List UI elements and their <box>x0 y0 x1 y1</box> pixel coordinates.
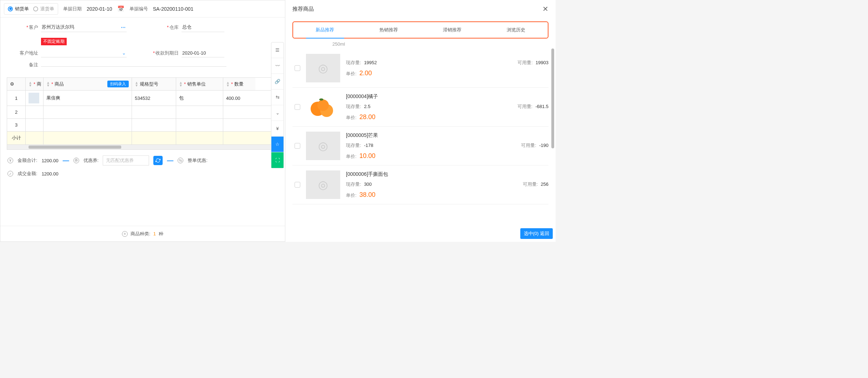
table-row[interactable]: 1 果倍爽 534532 包 400.00 <box>7 91 278 106</box>
tool-swap-icon[interactable]: ⇆ <box>271 90 284 105</box>
calendar-icon[interactable]: 📅 <box>117 5 124 12</box>
items-grid: ⚙ ▲▼*商 ▲▼*商品扫码录入 ▲▼规格型号 ▲▼*销售单位 ▲▼*数量 1 … <box>7 77 279 145</box>
checkbox[interactable] <box>295 182 300 188</box>
kind-label: 商品种类: <box>131 231 150 237</box>
warehouse-label: *仓库 <box>148 24 179 31</box>
totals-area: ¥ 金额合计: 1200.00 — 券 优惠券: 无匹配优惠券 — % 整单优惠… <box>0 150 285 183</box>
list-item[interactable]: ◎ 现存量:19952 可用量:19903 单价:2.00 <box>292 49 548 88</box>
amount-value: 1200.00 <box>42 158 58 163</box>
side-toolbar: ☰ 〰 🔗 ⇆ ⌄ ¥ ☆ ⛶ <box>271 42 284 168</box>
remark-label: 备注 <box>7 62 38 68</box>
recommend-list[interactable]: 250ml ◎ 现存量:19952 可用量:19903 单价:2.00 <box>285 41 556 242</box>
radio-unchecked-icon <box>33 6 38 11</box>
item-title: [0000006]手撕面包 <box>346 171 548 178</box>
stock-value: 300 <box>364 182 372 187</box>
discount-label: 整单优惠: <box>188 157 208 164</box>
gear-column-header[interactable]: ⚙ <box>7 78 26 90</box>
deal-value: 1200.00 <box>42 171 58 177</box>
tab-slow[interactable]: 滞销推荐 <box>420 22 484 38</box>
close-icon[interactable]: ✕ <box>542 5 548 13</box>
radio-return-order[interactable]: 退货单 <box>33 6 54 12</box>
row-product[interactable]: 果倍爽 <box>44 91 132 106</box>
svg-point-3 <box>319 98 323 101</box>
amount-label: 金额合计: <box>17 157 37 164</box>
col-header-unit[interactable]: ▲▼*销售单位 <box>176 78 223 90</box>
radio-sales-order[interactable]: 销货单 <box>8 6 29 12</box>
duedate-input[interactable]: 2020-01-10 <box>182 49 224 57</box>
recommend-panel: 推荐商品 ✕ 新品推荐 热销推荐 滞销推荐 浏览历史 250ml ◎ 现存量:1… <box>285 0 556 242</box>
tool-currency-icon[interactable]: ¥ <box>271 121 284 137</box>
date-label: 单据日期 <box>63 6 82 12</box>
address-input[interactable]: ⌄ <box>41 49 127 57</box>
list-item[interactable]: ◎ [0000005]芒果 现存量:-178 可用量:-190 单价:10.00 <box>292 127 548 165</box>
avail-value: -190 <box>539 143 548 148</box>
partial-item-title: 250ml <box>332 41 548 47</box>
row-unit[interactable]: 包 <box>176 91 223 106</box>
kind-icon: ≡ <box>122 231 128 237</box>
coupon-input[interactable]: 无匹配优惠券 <box>103 155 149 165</box>
kind-unit: 种 <box>159 231 163 237</box>
customer-input[interactable]: 苏州万达沃尔玛 ⋯ <box>41 22 127 32</box>
remark-input[interactable] <box>41 63 226 67</box>
chevron-down-icon[interactable]: ⌄ <box>122 50 126 56</box>
col-header-product[interactable]: ▲▼*商品扫码录入 <box>44 78 132 90</box>
tab-new[interactable]: 新品推荐 <box>293 22 357 38</box>
row-spec[interactable]: 534532 <box>132 91 176 106</box>
checkbox[interactable] <box>295 65 300 71</box>
col-header-thumb[interactable]: ▲▼*商 <box>26 78 44 90</box>
list-item[interactable]: [0000004]橘子 现存量:2.5 可用量:-681.5 单价:28.00 <box>292 88 548 127</box>
recommend-tabs: 新品推荐 热销推荐 滞销推荐 浏览历史 <box>292 21 548 39</box>
item-title: [0000005]芒果 <box>346 132 548 139</box>
refresh-button[interactable] <box>153 156 163 165</box>
tool-note-icon[interactable]: ☰ <box>271 42 284 58</box>
col-header-qty[interactable]: ▲▼*数量 <box>223 78 255 90</box>
col-header-spec[interactable]: ▲▼规格型号 <box>132 78 176 90</box>
address-label: 客户地址 <box>7 50 38 56</box>
code-value: SA-20200110-001 <box>153 6 194 12</box>
table-row[interactable]: 2 <box>7 106 278 119</box>
select-return-button[interactable]: 选中(0) 返回 <box>520 228 553 239</box>
horizontal-scrollbar[interactable] <box>7 145 279 150</box>
avail-value: 256 <box>541 182 548 187</box>
subtotal-row: 小计 <box>7 132 278 144</box>
radio-sales-label: 销货单 <box>15 6 29 12</box>
form-fields: *客户 苏州万达沃尔玛 ⋯ *仓库 总仓 不固定账期 客户地址 ⌄ <box>0 17 285 75</box>
list-item[interactable]: ◎ [0000006]手撕面包 现存量:300 可用量:256 单价:38.00 <box>292 165 548 204</box>
tool-chart-icon[interactable]: 〰 <box>271 58 284 74</box>
recommend-header: 推荐商品 ✕ <box>285 0 556 18</box>
svg-point-2 <box>317 99 329 111</box>
checkbox[interactable] <box>295 143 300 149</box>
tab-history[interactable]: 浏览历史 <box>484 22 548 38</box>
duedate-label: *收款到期日 <box>148 50 179 56</box>
tab-hot[interactable]: 热销推荐 <box>357 22 421 38</box>
product-image-placeholder-icon: ◎ <box>306 170 340 199</box>
sales-order-form: 销货单 退货单 单据日期 2020-01-10 📅 单据编号 SA-202001… <box>0 0 285 242</box>
product-image-orange <box>306 93 340 121</box>
avail-value: 19903 <box>536 60 548 65</box>
price-value: 10.00 <box>359 152 376 160</box>
scan-input-button[interactable]: 扫码录入 <box>107 81 129 87</box>
minus-icon: — <box>167 157 173 164</box>
more-dots-icon[interactable]: ⋯ <box>121 25 126 30</box>
vertical-scrollbar[interactable] <box>551 48 554 148</box>
product-image-placeholder-icon: ◎ <box>306 54 340 82</box>
row-thumb <box>26 91 44 106</box>
code-label: 单据编号 <box>129 6 148 12</box>
radio-checked-icon <box>8 6 13 11</box>
checkbox[interactable] <box>295 104 300 110</box>
row-qty[interactable]: 400.00 <box>223 91 255 106</box>
tool-star-icon[interactable]: ☆ <box>271 137 284 152</box>
deal-icon: ✓ <box>7 171 13 177</box>
price-value: 38.00 <box>359 191 376 199</box>
tool-collapse-icon[interactable]: ⌄ <box>271 105 284 121</box>
coupon-icon: 券 <box>73 158 79 163</box>
row-index: 1 <box>7 91 26 106</box>
kind-value: 1 <box>153 231 156 236</box>
bottom-summary: ≡ 商品种类: 1 种 <box>0 226 285 241</box>
date-value[interactable]: 2020-01-10 <box>87 6 112 12</box>
tool-link-icon[interactable]: 🔗 <box>271 74 284 90</box>
product-image-placeholder-icon: ◎ <box>306 132 340 160</box>
table-row[interactable]: 3 <box>7 119 278 132</box>
tool-expand-icon[interactable]: ⛶ <box>271 152 284 168</box>
warehouse-input[interactable]: 总仓 <box>182 22 224 32</box>
